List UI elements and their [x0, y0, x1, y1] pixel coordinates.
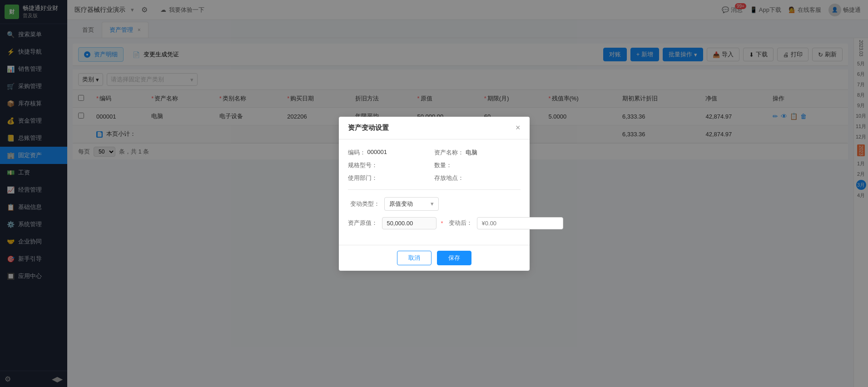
modal-location-item: 存放地点：	[434, 174, 521, 182]
modal-qty-item: 数量：	[434, 161, 521, 169]
modal-code-item: 编码： 000001	[348, 149, 434, 157]
modal-overlay: 资产变动设置 × 编码： 000001 资产名称： 电脑 规格型号： 数量：	[0, 0, 868, 387]
after-value-input[interactable]	[477, 217, 563, 229]
change-type-value: 原值变动	[389, 200, 413, 208]
modal-name-label: 资产名称：	[434, 149, 464, 157]
modal-spec-label: 规格型号：	[348, 161, 377, 169]
modal-dept-item: 使用部门：	[348, 174, 434, 182]
asset-change-modal: 资产变动设置 × 编码： 000001 资产名称： 电脑 规格型号： 数量：	[339, 117, 530, 271]
modal-info-grid: 编码： 000001 资产名称： 电脑 规格型号： 数量： 使用部门：	[348, 149, 521, 182]
modal-qty-label: 数量：	[434, 161, 452, 169]
asset-value-input[interactable]: 50,000.00	[382, 217, 436, 229]
asset-value-label: 资产原值：	[348, 219, 377, 227]
modal-spec-item: 规格型号：	[348, 161, 434, 169]
change-type-label: 变动类型：	[348, 200, 380, 208]
select-dropdown-icon: ▾	[431, 200, 434, 207]
required-marker: *	[441, 220, 443, 227]
modal-title: 资产变动设置	[348, 124, 389, 132]
modal-close-button[interactable]: ×	[516, 123, 521, 133]
modal-footer: 取消 保存	[339, 245, 530, 271]
modal-code-label: 编码：	[348, 149, 366, 157]
modal-name-value: 电脑	[466, 149, 477, 157]
save-button[interactable]: 保存	[437, 251, 471, 265]
modal-dept-label: 使用部门：	[348, 174, 377, 182]
modal-body: 编码： 000001 资产名称： 电脑 规格型号： 数量： 使用部门：	[339, 139, 530, 245]
change-type-row: 变动类型： 原值变动 ▾	[348, 197, 521, 211]
modal-name-item: 资产名称： 电脑	[434, 149, 521, 157]
asset-value-row: 资产原值： 50,000.00 * 变动后：	[348, 217, 521, 229]
change-type-select[interactable]: 原值变动 ▾	[384, 197, 439, 211]
modal-header: 资产变动设置 ×	[339, 117, 530, 139]
modal-location-label: 存放地点：	[434, 174, 464, 182]
after-label: 变动后：	[449, 219, 472, 227]
cancel-button[interactable]: 取消	[397, 251, 432, 265]
modal-divider	[348, 189, 521, 190]
modal-code-value: 000001	[367, 149, 387, 157]
